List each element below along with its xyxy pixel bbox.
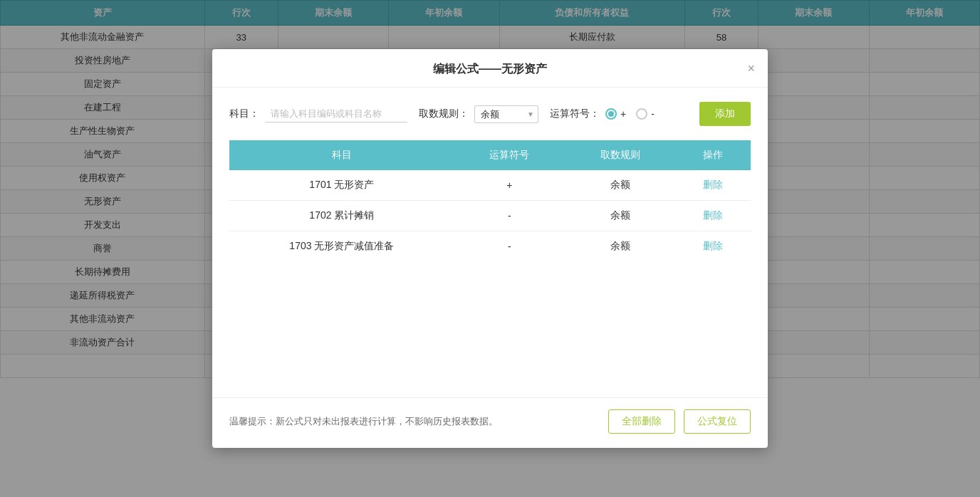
operator-radio-group: + - bbox=[605, 108, 655, 120]
row1-action: 删除 bbox=[675, 170, 751, 201]
modal-header: 编辑公式——无形资产 × bbox=[212, 49, 768, 88]
add-button[interactable]: 添加 bbox=[699, 102, 751, 126]
table-row: 1703 无形资产减值准备 - 余额 删除 bbox=[229, 231, 751, 262]
modal-body: 科目： 取数规则： 余额 借方 贷方 借方发生额 贷方发生额 ▼ bbox=[212, 88, 768, 397]
operator-label: 运算符号： bbox=[550, 108, 600, 120]
table-row: 1702 累计摊销 - 余额 删除 bbox=[229, 201, 751, 231]
modal-close-button[interactable]: × bbox=[747, 62, 755, 75]
footer-buttons: 全部删除 公式复位 bbox=[608, 409, 751, 434]
row2-subject: 1702 累计摊销 bbox=[229, 201, 454, 231]
delete-row3-button[interactable]: 删除 bbox=[703, 240, 723, 253]
row2-rule: 余额 bbox=[565, 201, 675, 231]
form-row: 科目： 取数规则： 余额 借方 贷方 借方发生额 贷方发生额 ▼ bbox=[229, 102, 751, 126]
operator-group: 运算符号： + - bbox=[550, 108, 655, 120]
reset-formula-button[interactable]: 公式复位 bbox=[684, 409, 751, 434]
modal-overlay: 编辑公式——无形资产 × 科目： 取数规则： 余额 借方 贷方 bbox=[0, 0, 980, 497]
modal-title: 编辑公式——无形资产 bbox=[433, 62, 547, 77]
operator-minus-label: - bbox=[651, 108, 655, 120]
row2-action: 删除 bbox=[675, 201, 751, 231]
footer-hint: 温馨提示：新公式只对未出报表进行计算，不影响历史报表数据。 bbox=[229, 415, 498, 428]
delete-row1-button[interactable]: 删除 bbox=[703, 179, 723, 192]
col-action-header: 操作 bbox=[675, 140, 751, 170]
row3-rule: 余额 bbox=[565, 231, 675, 262]
rule-group: 取数规则： 余额 借方 贷方 借方发生额 贷方发生额 ▼ bbox=[419, 105, 538, 123]
radio-circle-plus bbox=[605, 108, 617, 120]
modal-dialog: 编辑公式——无形资产 × 科目： 取数规则： 余额 借方 贷方 bbox=[212, 49, 768, 448]
operator-minus-radio[interactable]: - bbox=[636, 108, 655, 120]
rule-select-wrapper: 余额 借方 贷方 借方发生额 贷方发生额 ▼ bbox=[474, 105, 538, 123]
table-row: 1701 无形资产 + 余额 删除 bbox=[229, 170, 751, 201]
rule-label: 取数规则： bbox=[419, 108, 469, 120]
operator-plus-label: + bbox=[620, 108, 626, 120]
subject-label: 科目： bbox=[229, 108, 259, 120]
row1-operator: + bbox=[454, 170, 565, 201]
col-rule-header: 取数规则 bbox=[565, 140, 675, 170]
modal-footer: 温馨提示：新公式只对未出报表进行计算，不影响历史报表数据。 全部删除 公式复位 bbox=[212, 397, 768, 448]
delete-all-button[interactable]: 全部删除 bbox=[608, 409, 675, 434]
row1-rule: 余额 bbox=[565, 170, 675, 201]
row2-operator: - bbox=[454, 201, 565, 231]
row1-subject: 1701 无形资产 bbox=[229, 170, 454, 201]
row3-subject: 1703 无形资产减值准备 bbox=[229, 231, 454, 262]
operator-plus-radio[interactable]: + bbox=[605, 108, 626, 120]
formula-table: 科目 运算符号 取数规则 操作 1701 无形资产 + 余额 删除 bbox=[229, 140, 751, 261]
subject-group: 科目： bbox=[229, 105, 407, 122]
col-subject-header: 科目 bbox=[229, 140, 454, 170]
col-operator-header: 运算符号 bbox=[454, 140, 565, 170]
subject-input[interactable] bbox=[265, 105, 407, 122]
delete-row2-button[interactable]: 删除 bbox=[703, 209, 723, 222]
radio-circle-minus bbox=[636, 108, 647, 120]
row3-action: 删除 bbox=[675, 231, 751, 262]
row3-operator: - bbox=[454, 231, 565, 262]
rule-select[interactable]: 余额 借方 贷方 借方发生额 贷方发生额 bbox=[474, 105, 538, 123]
